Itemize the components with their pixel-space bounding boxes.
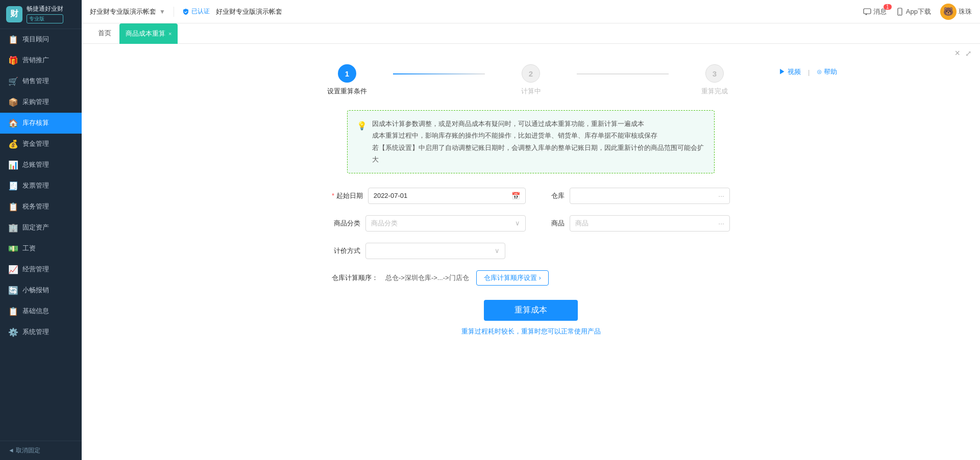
sidebar-item-assets[interactable]: 🏢 固定资产	[0, 217, 82, 238]
verified-badge: 已认证	[182, 7, 210, 16]
pricing-select[interactable]: ∨	[365, 243, 505, 259]
sidebar-item-label: 销售管理	[22, 76, 49, 86]
video-link[interactable]: ▶ 视频	[779, 67, 801, 76]
user-avatar[interactable]: 🐻 珠珠	[940, 4, 972, 20]
sidebar-item-accounting[interactable]: 📊 总账管理	[0, 155, 82, 175]
start-date-field: 起始日期 2022-07-01 📅	[332, 188, 526, 204]
start-date-input[interactable]: 2022-07-01 📅	[368, 188, 526, 204]
step1-label: 设置重算条件	[327, 87, 367, 96]
sidebar-item-purchase[interactable]: 📦 采购管理	[0, 92, 82, 113]
messages-btn[interactable]: 消息 1	[863, 7, 887, 16]
svg-rect-0	[864, 9, 871, 14]
sidebar-item-label: 总账管理	[22, 160, 49, 169]
sidebar-item-tax[interactable]: 📋 税务管理	[0, 196, 82, 217]
category-label: 商品分类	[332, 219, 360, 228]
pricing-label: 计价方式	[332, 246, 360, 255]
start-date-value: 2022-07-01	[374, 192, 408, 199]
form-container: 起始日期 2022-07-01 📅 仓库 ··· 商品分	[332, 188, 730, 336]
close-icon[interactable]: ×	[954, 48, 960, 59]
step2-circle: 2	[522, 64, 540, 83]
inventory-icon: 🏠	[8, 118, 17, 128]
message-icon	[863, 8, 871, 16]
chevron-right-icon: ›	[539, 274, 541, 282]
sidebar-item-label: 项目顾问	[22, 35, 49, 44]
sidebar-item-finance[interactable]: 💰 资金管理	[0, 134, 82, 155]
step-1: 1 设置重算条件	[301, 64, 393, 96]
sidebar-item-label: 发票管理	[22, 181, 49, 190]
category-select[interactable]: 商品分类 ∨	[365, 215, 526, 232]
tax-icon: 📋	[8, 202, 17, 212]
operation-icon: 📈	[8, 265, 17, 274]
form-row-1: 起始日期 2022-07-01 📅 仓库 ···	[332, 188, 730, 204]
expense-icon: 🔄	[8, 286, 17, 295]
step-2: 2 计算中	[485, 64, 577, 96]
sidebar-item-invoice[interactable]: 🧾 发票管理	[0, 175, 82, 196]
sidebar-item-label: 税务管理	[22, 202, 49, 211]
sidebar-item-label: 经营管理	[22, 265, 49, 274]
warehouse-field: 仓库 ···	[536, 188, 730, 204]
account-name: 好业财专业版演示帐套	[90, 7, 156, 16]
category-dropdown-icon: ∨	[515, 219, 520, 227]
main-area: 好业财专业版演示帐套 ▼ 已认证 好业财专业版演示帐套 消息 1 App下载 🐻…	[82, 0, 980, 460]
window-controls: × ⤢	[954, 48, 972, 59]
product-more-icon[interactable]: ···	[718, 219, 724, 227]
assets-icon: 🏢	[8, 223, 17, 233]
sidebar-item-basic[interactable]: 📋 基础信息	[0, 301, 82, 322]
info-icon: 💡	[357, 119, 367, 134]
user-name: 珠珠	[959, 7, 972, 16]
warehouse-order-row: 仓库计算顺序： 总仓->深圳仓库->...->门店仓 仓库计算顺序设置 ›	[332, 270, 730, 286]
product-input[interactable]: 商品 ···	[570, 215, 730, 232]
calendar-icon[interactable]: 📅	[511, 192, 520, 200]
tab-recalculate-label: 商品成本重算	[126, 29, 165, 38]
step2-label: 计算中	[521, 87, 541, 96]
warehouse-more-icon[interactable]: ···	[718, 192, 724, 200]
tab-home[interactable]: 首页	[90, 23, 119, 44]
steps-actions: ▶ 视频 | ⊙ 帮助	[779, 67, 837, 76]
sidebar-item-marketing[interactable]: 🎁 营销推广	[0, 50, 82, 71]
warehouse-input[interactable]: ···	[570, 188, 730, 204]
sidebar-item-inventory[interactable]: 🏠 库存核算	[0, 113, 82, 134]
sidebar-menu: 📋 项目顾问 🎁 营销推广 🛒 销售管理 📦 采购管理 🏠 库存核算 💰 资金管…	[0, 29, 82, 441]
sidebar-item-operation[interactable]: 📈 经营管理	[0, 259, 82, 280]
sidebar-item-expense[interactable]: 🔄 小畅报销	[0, 280, 82, 301]
expand-icon[interactable]: ⤢	[965, 49, 972, 58]
sidebar-unpin[interactable]: ◄ 取消固定	[0, 441, 82, 460]
info-text: 因成本计算参数调整，或是对商品成本有疑问时，可以通过成本重算功能，重新计算一遍成…	[372, 118, 705, 166]
tabs-bar: 首页 商品成本重算 ×	[82, 23, 980, 44]
topbar-divider	[174, 7, 174, 17]
form-row-2: 商品分类 商品分类 ∨ 商品 商品 ···	[332, 215, 730, 232]
warehouse-label: 仓库	[536, 191, 565, 200]
warehouse-order-btn[interactable]: 仓库计算顺序设置 ›	[476, 270, 549, 286]
tab-recalculate[interactable]: 商品成本重算 ×	[119, 23, 178, 44]
phone-icon	[896, 8, 904, 16]
sidebar-item-sales[interactable]: 🛒 销售管理	[0, 71, 82, 92]
step1-circle: 1	[338, 64, 356, 83]
pricing-field: 计价方式 ∨	[332, 243, 505, 259]
sidebar-item-system[interactable]: ⚙️ 系统管理	[0, 322, 82, 343]
account-dropdown-icon[interactable]: ▼	[159, 8, 165, 15]
logo-text: 畅捷通好业财	[27, 5, 63, 13]
product-field: 商品 商品 ···	[536, 215, 730, 232]
warehouse-order-btn-label: 仓库计算顺序设置	[484, 273, 537, 283]
step3-label: 重算完成	[701, 87, 728, 96]
topbar: 好业财专业版演示帐套 ▼ 已认证 好业财专业版演示帐套 消息 1 App下载 🐻…	[82, 0, 980, 23]
recalculate-btn[interactable]: 重算成本	[484, 300, 578, 321]
tab-close-icon[interactable]: ×	[168, 31, 172, 37]
step3-circle: 3	[705, 64, 724, 83]
sidebar-item-salary[interactable]: 💵 工资	[0, 238, 82, 259]
edition-badge: 专业版	[27, 14, 63, 23]
help-link[interactable]: ⊙ 帮助	[817, 67, 837, 76]
project-icon: 📋	[8, 35, 17, 44]
sidebar-unpin-label: ◄ 取消固定	[8, 446, 40, 455]
sidebar: 财 畅捷通好业财 专业版 📋 项目顾问 🎁 营销推广 🛒 销售管理 📦 采购管理…	[0, 0, 82, 460]
app-download-btn[interactable]: App下载	[896, 7, 931, 16]
finance-icon: 💰	[8, 139, 17, 149]
tab-home-label: 首页	[98, 29, 111, 38]
sidebar-item-label: 营销推广	[22, 56, 49, 65]
app-download-label: App下载	[906, 7, 931, 16]
sidebar-item-label: 采购管理	[22, 97, 49, 107]
accounting-icon: 📊	[8, 160, 17, 170]
sidebar-item-label: 固定资产	[22, 223, 49, 232]
sidebar-item-project[interactable]: 📋 项目顾问	[0, 29, 82, 50]
sales-icon: 🛒	[8, 76, 17, 86]
